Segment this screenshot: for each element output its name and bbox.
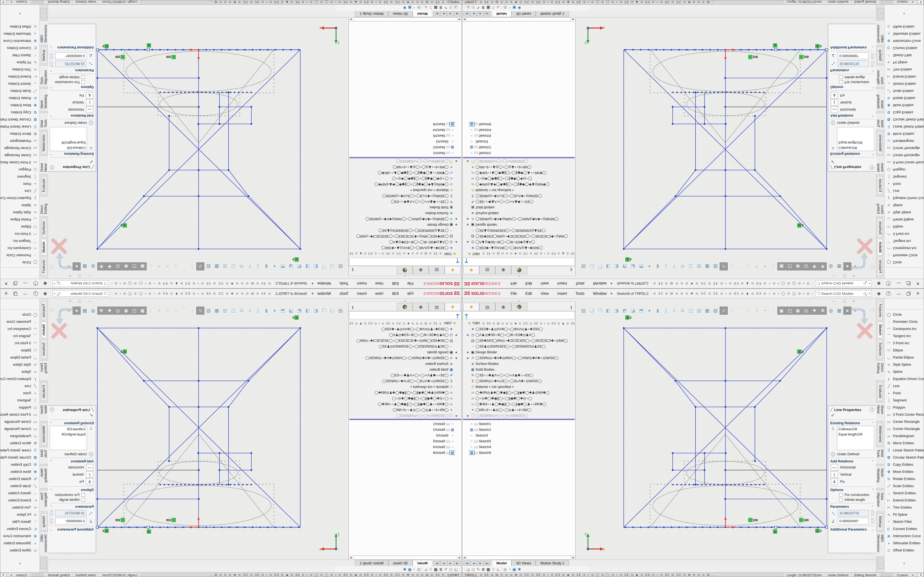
relation-badge[interactable]: ▨3 bbox=[816, 44, 821, 48]
pane-horizontal-scrollbar[interactable]: ◀ ▶ bbox=[462, 555, 575, 559]
tree-row[interactable]: ▶ ◈ Surface Bodies bbox=[463, 211, 575, 216]
command-tab[interactable]: Data Migration bbox=[39, 490, 48, 512]
relation-badge[interactable]: ▨ bbox=[147, 44, 151, 48]
add-relation-button[interactable]: — Horizontal bbox=[50, 464, 93, 471]
tab-nav-button[interactable]: ◀ bbox=[447, 11, 454, 16]
rollback-bar[interactable] bbox=[463, 419, 575, 420]
tree-root-row[interactable]: ❖ TЯPDL2. ⊙ ЗƐ ⊙ Ш ⊙ ⊙ ⊙ ✚ ⊙ ƆC ⊙ ЗƐ ⊙ •… bbox=[349, 321, 461, 326]
option-row[interactable]: For construction bbox=[839, 493, 874, 497]
sketch-tool-button[interactable]: ▭ 3 Point Center Recta... bbox=[886, 411, 924, 418]
length-input[interactable]: 10.88152731 bbox=[838, 60, 869, 67]
displaymanager-tab[interactable] bbox=[397, 266, 413, 274]
tree-row[interactable]: ▶ ⌖ ◯ИΝ∘∂∘∘♟◎◯∘◯◎♟∘∘∂∘ΝИ◯ bbox=[349, 407, 461, 413]
tree-row[interactable]: ▶ ❐ ◯ЗƧЗИΝΛ∪•◯∘◯•∪ΛΝИЗƧЗ◯ bbox=[349, 158, 461, 164]
tree-row[interactable]: ▶ Σ ◯ЗƧИΝ◎∘✚Λ∪Ǝ◯∘◯Ǝ∪Λ✚∘◎ΝИЗƧ◯ bbox=[463, 193, 575, 199]
expand-arrow-icon[interactable]: ▶ bbox=[454, 334, 458, 336]
relation-badge[interactable]: ▨3 bbox=[292, 258, 299, 261]
expand-arrow-icon[interactable]: ▶ bbox=[466, 351, 470, 354]
existing-relations-header[interactable]: Existing Relations ⌃ bbox=[830, 152, 874, 156]
motion-tool-icon[interactable]: ▤ bbox=[449, 567, 452, 572]
sketch-tool-button[interactable]: ◯ Circle bbox=[0, 311, 38, 318]
sketch-tool-button[interactable]: ◌ Perimeter Circle bbox=[886, 252, 924, 259]
close-button[interactable]: ✕ bbox=[913, 291, 922, 296]
relation-item[interactable]: Equal length109 bbox=[838, 432, 873, 437]
tree-row[interactable]: ▶ ▱ ◯✚Ж∂∘∘♟◯✱◉∥◯∘◯∥◉✱◯♟∘∘∂Ж✚◯ bbox=[463, 170, 575, 176]
angle-spinner[interactable]: ▲▼ bbox=[50, 53, 54, 59]
sketch-row[interactable]: ▦ (-) Sketch6 bbox=[349, 121, 455, 127]
motion-tool-icon[interactable]: ▦ bbox=[486, 567, 490, 572]
command-tab[interactable]: MBD Dimensions bbox=[39, 20, 48, 45]
search-box[interactable]: ❒ Search CAD Models ▾ bbox=[53, 290, 109, 297]
motion-tool-icon[interactable]: ⊾ bbox=[497, 6, 500, 10]
tab-nav-button[interactable]: ▶ bbox=[477, 561, 484, 566]
checkbox[interactable] bbox=[839, 493, 843, 497]
angle-spinner[interactable]: ▲▼ bbox=[50, 518, 54, 524]
motion-tool-icon[interactable]: ▦ bbox=[434, 6, 438, 10]
tab-nav-button[interactable]: ▶| bbox=[484, 11, 491, 16]
sketch-tool-button[interactable]: ▭ 3 Point Center Recta... bbox=[886, 159, 924, 166]
tree-row[interactable]: ▶ ⊜ Material < not specified > bbox=[463, 384, 575, 390]
motion-tool-icon[interactable]: ⊾ bbox=[424, 6, 427, 10]
commandmanager-collapsed-strip[interactable] bbox=[349, 299, 462, 302]
command-tab[interactable]: Direct Editing bbox=[39, 196, 48, 217]
sketch-tool-button[interactable]: ▭ Corner Rectangle bbox=[0, 145, 38, 152]
menu-item[interactable]: Window bbox=[317, 281, 332, 286]
command-tab[interactable]: Data Migration bbox=[876, 65, 885, 87]
motion-tool-icon[interactable]: ✱ bbox=[403, 6, 407, 10]
tab-nav-button[interactable]: ▶| bbox=[484, 561, 491, 566]
sketch-tool-button[interactable]: ∿ Style Spline bbox=[886, 361, 924, 368]
command-tab[interactable]: Features bbox=[41, 301, 46, 320]
existing-relations-header[interactable]: Existing Relations ⌃ bbox=[50, 421, 94, 425]
collapse-icon[interactable]: ⌃ bbox=[50, 152, 52, 156]
featuremanager-tree-tab[interactable]: ❖ bbox=[464, 303, 479, 311]
sketch-tool-button[interactable]: ↻ Rotate Entities bbox=[886, 475, 924, 482]
commandmanager-collapsed-strip[interactable] bbox=[462, 299, 575, 302]
search-input[interactable]: Search CAD Models bbox=[821, 282, 864, 286]
motion-tool-icon[interactable]: ▣ bbox=[408, 567, 411, 572]
sketch-tool-button[interactable]: ╱ Line bbox=[0, 382, 38, 390]
command-tab[interactable]: Sheet Metal bbox=[876, 156, 885, 174]
relation-button-icon[interactable]: — bbox=[831, 464, 838, 471]
options-header[interactable]: Options ⌃ bbox=[830, 85, 874, 89]
restore-button[interactable] bbox=[907, 292, 910, 295]
menu-item[interactable]: View bbox=[540, 281, 549, 286]
menu-item[interactable]: Tools bbox=[339, 281, 349, 286]
sketch-tool-button[interactable]: ✂ Trim Entities bbox=[886, 504, 924, 511]
sketch-tool-button[interactable]: ⊏ Convert Entities bbox=[0, 525, 38, 532]
command-tab[interactable]: Sheet Metal bbox=[39, 156, 48, 174]
tab-nav-button[interactable]: ▶ bbox=[440, 561, 447, 566]
add-relation-button[interactable]: ⚓ Fix bbox=[50, 92, 93, 98]
relation-badge[interactable]: ▨3 bbox=[121, 223, 127, 227]
search-dropdown-icon[interactable]: ▾ bbox=[867, 282, 871, 285]
accept-button[interactable]: ✔ bbox=[50, 413, 93, 418]
motion-tool-icon[interactable]: ▤ bbox=[471, 6, 475, 10]
sketch-tool-button[interactable]: ⌒ Tangent Arc bbox=[886, 332, 924, 340]
relation-item[interactable]: Equal length109 bbox=[51, 140, 86, 145]
command-tab[interactable]: Markup bbox=[41, 513, 46, 530]
motion-tool-icon[interactable]: ◔ bbox=[509, 6, 510, 10]
command-tab[interactable]: Mesh Modeling bbox=[39, 466, 48, 488]
tree-row[interactable]: ▶ A ◯ЗƧИΝ◎∘✚Λ✚◎ИΝΛ◯∘◯ΛΝИ◎✚Λ✚∘◎ΝИЗƧ◯ bbox=[349, 355, 461, 361]
checkbox[interactable] bbox=[81, 498, 85, 502]
sketch-tool-button[interactable]: ∿ Spline bbox=[0, 368, 38, 376]
sketch-tool-button[interactable]: ╱ Line bbox=[0, 187, 38, 195]
command-tab[interactable]: Data Migration bbox=[39, 65, 48, 87]
relation-badge[interactable]: ▨3 bbox=[797, 350, 803, 354]
sketch-tool-button[interactable]: ⌒ Tangent Arc bbox=[0, 332, 38, 340]
tree-row[interactable]: ▶ ❐ ◯ЗƧЗИΝΛ∪•◯∘◯•∪ΛΝИЗƧЗ◯ bbox=[349, 413, 461, 419]
featuremanager-tree-tab[interactable]: ❖ bbox=[445, 303, 460, 311]
menu-item[interactable]: Edit bbox=[392, 291, 399, 296]
sketch-tool-button[interactable]: ⧉ Mirror Entities bbox=[0, 440, 38, 447]
command-tab[interactable]: MBD Dimensions bbox=[876, 532, 885, 557]
tree-row[interactable]: ▶ ◔ ◯ЗƧ♟◎ЗƧИΝЗƧЗ◯∘◯ЗƧЗΝИƧЗ◎♟ЗƧ◯ bbox=[349, 228, 461, 234]
propertymanager-tab[interactable]: ▤ bbox=[479, 266, 495, 274]
checkbox[interactable] bbox=[839, 81, 843, 84]
sketch-tool-button[interactable]: ◌ Perimeter Circle bbox=[0, 318, 38, 325]
command-tab[interactable]: Weldments bbox=[878, 132, 883, 154]
tree-row[interactable]: ▶ ★ ◯ЗƧЗ✚∘♟◎ΛΛΦ◯∘◯ΦΛΛ◎♟∘✚ЗЗƧ◯ bbox=[463, 245, 575, 251]
parameters-header[interactable]: Parameters ⌃ bbox=[830, 505, 874, 509]
sketch-tool-button[interactable]: ∿ Style Spline bbox=[886, 209, 924, 216]
additional-parameters-header[interactable]: Additional Parameters ⌄ bbox=[830, 527, 874, 531]
tab-nav-button[interactable]: |◀ bbox=[464, 11, 470, 16]
pane-expand-icon[interactable]: ❯ bbox=[350, 305, 354, 311]
